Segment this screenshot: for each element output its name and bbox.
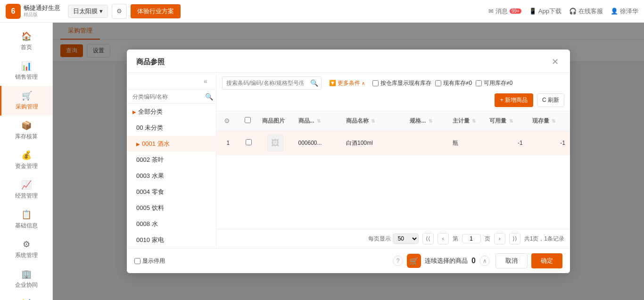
user-avatar[interactable]: 👤 徐泽华 [611, 7, 638, 16]
show-disabled-label[interactable]: 显示停用 [134, 257, 165, 265]
content-area: 采购管理 查询 设置 商品参照 ✕ [53, 23, 644, 300]
stock-nonzero-checkbox[interactable] [435, 80, 441, 86]
online-service-label: 在线客服 [578, 7, 603, 16]
cancel-btn[interactable]: 取消 [495, 253, 528, 268]
row-checkbox[interactable] [246, 139, 252, 145]
th-checkbox [240, 111, 257, 131]
cat-item-cat0004[interactable]: 0004 零食 [127, 184, 216, 200]
sidebar-icon-sales: 📊 [21, 61, 32, 71]
user-name: 徐泽华 [620, 7, 638, 16]
avail-nonzero-checkbox-label[interactable]: 可用库存≠0 [476, 79, 512, 87]
sidebar-label-enterprise: 企业协同 [15, 281, 38, 289]
th-name[interactable]: 商品名称 ⇅ [341, 111, 405, 131]
nav-selector[interactable]: 日太阳膜 ▾ [68, 5, 108, 18]
sidebar-item-enterprise[interactable]: 🏢企业协同 [0, 264, 52, 294]
cat-item-label: 0005 饮料 [136, 204, 164, 212]
sidebar-item-guide[interactable]: 🔰新手引导 [0, 294, 52, 300]
product-search-input[interactable] [223, 80, 307, 86]
edition-label: 精品版 [24, 11, 60, 18]
cart-label: 连续选择的商品 [425, 257, 468, 265]
app-download-item[interactable]: 📱 App下载 [529, 7, 561, 16]
th-code[interactable]: 商品... ⇅ [294, 111, 342, 131]
warehouse-checkbox[interactable] [372, 80, 379, 86]
select-all-checkbox[interactable] [245, 117, 251, 123]
sidebar-item-inventory[interactable]: 📦库存核算 [0, 116, 52, 145]
nav-selector-label: 日太阳膜 [73, 7, 98, 16]
message-icon: ✉ [488, 8, 494, 15]
th-unit[interactable]: 主计量 ⇅ [448, 111, 485, 131]
modal-overlay: 商品参照 ✕ « 🔍 [53, 23, 644, 300]
page-prev-btn[interactable]: ‹ [438, 233, 449, 244]
table-settings-btn[interactable]: ⚙ [221, 115, 232, 126]
cat-item-cat0001[interactable]: ▶ 0001 酒水 [127, 136, 216, 152]
refresh-btn[interactable]: C 刷新 [537, 93, 564, 107]
cat-item-cat0003[interactable]: 0003 水果 [127, 168, 216, 184]
sidebar-item-operation[interactable]: 📈经营管理 [0, 175, 52, 205]
th-settings: ⚙ [216, 111, 240, 131]
search-icon-btn[interactable]: 🔍 [307, 79, 321, 87]
sidebar-label-inventory: 库存核算 [15, 133, 38, 141]
filter-btn[interactable]: 🔽 更多条件 ∧ [325, 77, 369, 89]
page-first-btn[interactable]: ⟨⟨ [422, 233, 434, 244]
gear-button[interactable]: ⚙ [112, 4, 127, 19]
page-size-dropdown[interactable]: 50 100 200 [393, 233, 419, 244]
sort-spec-icon: ⇅ [429, 118, 432, 124]
cat-item-cat0005[interactable]: 0005 饮料 [127, 200, 216, 216]
main-layout: 🏠首页📊销售管理🛒采购管理📦库存核算💰资金管理📈经营管理📋基础信息⚙系统管理🏢企… [0, 23, 644, 300]
stock-nonzero-label: 现有库存≠0 [443, 79, 472, 87]
modal-close-button[interactable]: ✕ [549, 56, 561, 67]
stock-nonzero-checkbox-label[interactable]: 现有库存≠0 [435, 79, 472, 87]
row-code: 000600... [294, 131, 342, 156]
warehouse-label: 按仓库显示现有库存 [380, 79, 431, 87]
page-last-btn[interactable]: ⟩⟩ [509, 233, 520, 244]
sidebar-item-sales[interactable]: 📊销售管理 [0, 56, 52, 86]
data-table-wrap: ⚙ 商品图片 [216, 111, 570, 229]
cat-item-label: 0004 零食 [136, 188, 164, 196]
cat-item-all[interactable]: ▶ 全部分类 [127, 104, 216, 120]
cat-item-cat0008[interactable]: 0008 水 [127, 216, 216, 232]
sidebar-label-finance: 资金管理 [15, 162, 38, 170]
table-row[interactable]: 1 🖼 000600... 白酒100ml 瓶 -1 -1 [216, 131, 570, 156]
cat-search-input[interactable] [132, 93, 203, 100]
sidebar-item-home[interactable]: 🏠首页 [0, 26, 52, 56]
row-num: 1 [216, 131, 240, 156]
online-service-item[interactable]: 🎧 在线客服 [569, 7, 603, 16]
confirm-btn[interactable]: 确定 [531, 253, 562, 268]
th-img: 商品图片 [257, 111, 294, 131]
sidebar-item-system[interactable]: ⚙系统管理 [0, 234, 52, 264]
cat-collapse-btn[interactable]: « [201, 76, 210, 86]
messages-item[interactable]: ✉ 消息 99 [488, 7, 521, 16]
sidebar-item-basic[interactable]: 📋基础信息 [0, 205, 52, 234]
cart-collapse-btn[interactable]: ∧ [479, 256, 490, 266]
row-name: 白酒100ml [341, 131, 405, 156]
sidebar: 🏠首页📊销售管理🛒采购管理📦库存核算💰资金管理📈经营管理📋基础信息⚙系统管理🏢企… [0, 23, 53, 300]
modal-toolbar: 🔍 🔽 更多条件 ∧ 按仓库显示现有库存 [216, 73, 570, 111]
logo-icon: 6 [6, 4, 21, 19]
modal-footer: 显示停用 ? 🛒 连续选择的商品 0 ∧ 取消 [127, 248, 570, 273]
cat-item-cat0002[interactable]: 0002 茶叶 [127, 152, 216, 168]
show-disabled-checkbox[interactable] [134, 258, 140, 264]
cat-item-cat0010[interactable]: 0010 家电 [127, 232, 216, 248]
sidebar-icon-basic: 📋 [21, 209, 32, 220]
avail-nonzero-checkbox[interactable] [476, 80, 482, 86]
page-next-btn[interactable]: › [494, 233, 505, 244]
cat-search-icon[interactable]: 🔍 [205, 93, 213, 100]
avatar-icon: 👤 [611, 8, 618, 15]
help-icon[interactable]: ? [393, 256, 403, 266]
th-avail[interactable]: 可用量 ⇅ [485, 111, 527, 131]
page-input[interactable] [462, 234, 481, 243]
warehouse-checkbox-label[interactable]: 按仓库显示现有库存 [372, 79, 431, 87]
sort-stock-icon: ⇅ [552, 118, 555, 124]
search-box: 🔍 [222, 76, 322, 90]
cat-item-uncat[interactable]: 00 未分类 [127, 120, 216, 136]
cat-item-label: 全部分类 [138, 108, 163, 116]
sidebar-item-finance[interactable]: 💰资金管理 [0, 145, 52, 175]
experience-btn[interactable]: 体验行业方案 [131, 4, 181, 18]
cart-btn[interactable]: 🛒 [407, 254, 421, 268]
th-stock[interactable]: 现存量 ⇅ [528, 111, 570, 131]
row-checkbox-cell [240, 131, 257, 156]
sidebar-item-purchase[interactable]: 🛒采购管理 [0, 86, 52, 116]
th-spec[interactable]: 规格... ⇅ [405, 111, 447, 131]
add-product-btn[interactable]: + 新增商品 [495, 93, 533, 107]
nav-right: ✉ 消息 99 📱 App下载 🎧 在线客服 👤 徐泽华 [488, 7, 638, 16]
